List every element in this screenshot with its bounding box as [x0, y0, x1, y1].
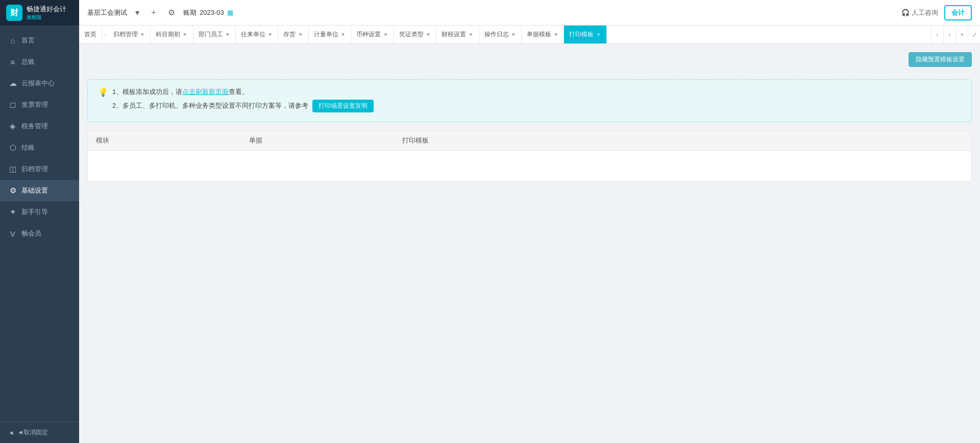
pin-icon: ◄ — [8, 429, 14, 436]
notice-text-1-prefix: 1、模板添加成功后，请 — [112, 88, 182, 96]
sidebar-item-label: 云报表中心 — [21, 79, 55, 88]
tab-voucher-type[interactable]: 凭证类型 × — [394, 26, 436, 44]
table-header: 模块 单据 打印模板 — [88, 131, 971, 151]
company-name: 基层工会测试 — [87, 8, 127, 17]
topbar: 基层工会测试 ▾ ＋ ⚙ 账期 2023-03 ▦ 🎧 人工咨询 会计 — [79, 0, 980, 26]
tab-dept-staff[interactable]: 部门员工 × — [193, 26, 236, 44]
close-accounts-icon: ⬡ — [8, 143, 17, 152]
tab-currency[interactable]: 币种设置 × — [351, 26, 394, 44]
col-print-template: 打印模板 — [394, 136, 971, 145]
sidebar-item-label: 税务管理 — [21, 122, 48, 131]
sidebar-item-close[interactable]: ⬡ 结账 — [0, 137, 79, 158]
calendar-icon[interactable]: ▦ — [227, 9, 233, 16]
tab-home[interactable]: 首页 — [79, 26, 102, 44]
sidebar-item-label: 首页 — [21, 36, 35, 45]
logo-subtitle: 旗舰版 — [27, 14, 66, 20]
tab-close-dept-staff[interactable]: × — [225, 31, 230, 38]
tab-tax-settings[interactable]: 财税设置 × — [436, 26, 479, 44]
invoice-icon: ◻ — [8, 100, 17, 109]
sidebar-item-invoice[interactable]: ◻ 发票管理 — [0, 94, 79, 115]
sidebar-item-label: 畅会员 — [21, 229, 41, 238]
tab-close-inventory[interactable]: × — [298, 31, 303, 38]
sidebar-item-ledger[interactable]: ≡ 总账 — [0, 51, 79, 73]
sidebar-nav: ⌂ 首页 ≡ 总账 ☁ 云报表中心 ◻ 发票管理 ◈ 税务管理 ⬡ 结账 ◫ 归… — [0, 26, 79, 422]
notice-text-1-suffix: 查看。 — [229, 88, 249, 96]
tab-prev-btn[interactable]: ‹ — [931, 26, 943, 44]
hide-template-button[interactable]: 隐藏预置模板设置 — [909, 52, 972, 67]
sidebar: 财 畅捷通好会计 旗舰版 ⌂ 首页 ≡ 总账 ☁ 云报表中心 ◻ 发票管理 ◈ … — [0, 0, 79, 443]
hide-template-area: 隐藏预置模板设置 — [87, 52, 972, 73]
logo-title: 畅捷通好会计 — [27, 5, 66, 14]
tab-inventory[interactable]: 存货 × — [278, 26, 308, 44]
sidebar-item-label: 总账 — [21, 57, 35, 66]
tab-separator: ‹ — [102, 32, 108, 38]
tab-op-log[interactable]: 操作日志 × — [479, 26, 522, 44]
logo: 财 畅捷通好会计 旗舰版 — [0, 0, 79, 26]
sidebar-item-home[interactable]: ⌂ 首页 — [0, 30, 79, 51]
tab-close-print-template[interactable]: × — [596, 31, 601, 38]
tab-expand-btn[interactable]: ⤢ — [968, 26, 980, 44]
print-template-table: 模块 单据 打印模板 — [87, 130, 972, 182]
sidebar-item-archive[interactable]: ◫ 归档管理 — [0, 158, 79, 180]
tab-close-currency[interactable]: × — [383, 31, 388, 38]
tab-close-tax-settings[interactable]: × — [468, 31, 473, 38]
tab-unit[interactable]: 计量单位 × — [309, 26, 351, 44]
sidebar-item-label: 新手引导 — [21, 207, 48, 217]
tab-contacts[interactable]: 往来单位 × — [236, 26, 278, 44]
help-button[interactable]: 🎧 人工咨询 — [901, 8, 938, 17]
sidebar-item-label: 基础设置 — [21, 186, 48, 195]
kuaiji-button[interactable]: 会计 — [944, 5, 972, 20]
tab-close-voucher-type[interactable]: × — [426, 31, 431, 38]
tax-icon: ◈ — [8, 122, 17, 131]
member-icon: V — [8, 229, 17, 238]
notice-row-2: 💡 2、多员工、多打印机、多种业务类型设置不同打印方案等，请参考 打印场景设置宣… — [98, 100, 961, 112]
sidebar-pin-toggle[interactable]: ◄ ◄取消固定 — [0, 422, 79, 443]
reports-icon: ☁ — [8, 79, 17, 88]
sidebar-item-label: 结账 — [21, 143, 35, 152]
main-area: 基层工会测试 ▾ ＋ ⚙ 账期 2023-03 ▦ 🎧 人工咨询 会计 首页 ‹… — [79, 0, 980, 443]
tab-next-btn[interactable]: › — [943, 26, 955, 44]
notice-row-1: 💡 1、模板添加成功后，请点击刷新新页面查看。 — [98, 87, 961, 98]
sidebar-item-settings[interactable]: ⚙ 基础设置 — [0, 180, 79, 201]
tab-close-unit[interactable]: × — [340, 31, 346, 38]
settings-btn[interactable]: ⚙ — [166, 6, 177, 19]
tab-close-subject-init[interactable]: × — [182, 31, 187, 38]
notice-link[interactable]: 点击刷新新页面 — [182, 88, 229, 96]
content-area: 隐藏预置模板设置 💡 1、模板添加成功后，请点击刷新新页面查看。 💡 2、多员工… — [79, 44, 980, 443]
dropdown-company-btn[interactable]: ▾ — [133, 6, 141, 19]
sidebar-item-guide[interactable]: ✦ 新手引导 — [0, 201, 79, 223]
topbar-right: 🎧 人工咨询 会计 — [901, 5, 972, 20]
col-voucher: 单据 — [241, 136, 394, 145]
headset-icon: 🎧 — [901, 9, 910, 16]
guide-icon: ✦ — [8, 207, 17, 217]
tabbar: 首页 ‹ 归档管理 × 科目期初 × 部门员工 × 往来单位 × 存货 × 计量… — [79, 26, 980, 44]
sidebar-item-reports[interactable]: ☁ 云报表中心 — [0, 73, 79, 94]
sidebar-item-member[interactable]: V 畅会员 — [0, 223, 79, 244]
ledger-icon: ≡ — [8, 58, 17, 66]
archive-icon: ◫ — [8, 165, 17, 174]
add-company-btn[interactable]: ＋ — [148, 5, 160, 20]
settings-icon: ⚙ — [8, 186, 17, 195]
home-icon: ⌂ — [8, 36, 17, 45]
sidebar-item-label: 归档管理 — [21, 165, 48, 174]
notice-box: 💡 1、模板添加成功后，请点击刷新新页面查看。 💡 2、多员工、多打印机、多种业… — [87, 79, 972, 122]
notice-text-2: 2、多员工、多打印机、多种业务类型设置不同打印方案等，请参考 — [112, 101, 308, 111]
logo-icon: 财 — [6, 5, 22, 21]
sidebar-item-tax[interactable]: ◈ 税务管理 — [0, 115, 79, 137]
col-module: 模块 — [88, 136, 241, 145]
sidebar-item-label: 发票管理 — [21, 100, 48, 109]
tab-close-op-log[interactable]: × — [511, 31, 516, 38]
tab-close-single-template[interactable]: × — [553, 31, 558, 38]
print-scene-btn[interactable]: 打印场景设置宣明 — [312, 100, 374, 112]
tab-subject-init[interactable]: 科目期初 × — [151, 26, 193, 44]
tab-archive-mgmt[interactable]: 归档管理 × — [108, 26, 151, 44]
table-body — [88, 151, 971, 181]
period-info: 账期 2023-03 ▦ — [183, 8, 233, 17]
tab-close-archive-mgmt[interactable]: × — [140, 31, 145, 38]
tab-print-template[interactable]: 打印模板 × — [564, 26, 606, 44]
tab-nav-buttons: ‹ › × ⤢ — [931, 26, 980, 44]
tab-single-template[interactable]: 单据模板 × — [522, 26, 564, 44]
tab-close-contacts[interactable]: × — [267, 31, 273, 38]
tab-close-all-btn[interactable]: × — [955, 26, 968, 44]
bulb-icon: 💡 — [98, 87, 108, 97]
